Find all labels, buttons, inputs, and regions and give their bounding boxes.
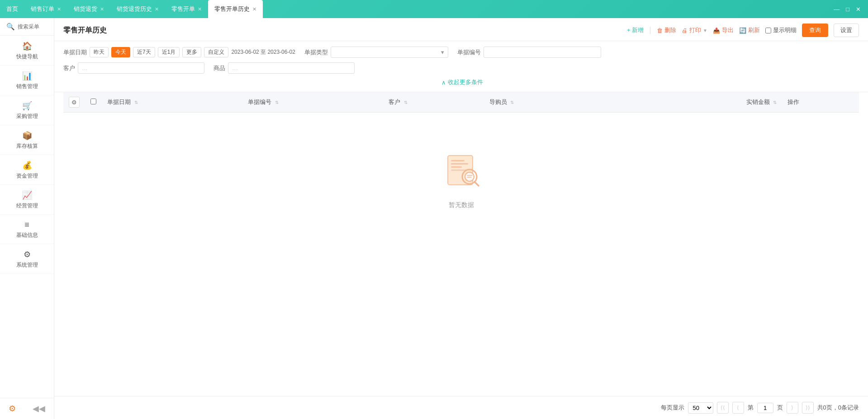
sidebar-item-inventory[interactable]: 📦 库存核算: [0, 125, 54, 155]
filter-area: 单据日期 昨天 今天 近7天 近1月 更多 自定义 2023-06-02 至 2…: [54, 41, 868, 92]
last-page-button[interactable]: ⟩⟩: [802, 402, 814, 414]
col-date-label: 单据日期: [107, 99, 131, 105]
tab-retail-history-label: 零售开单历史: [214, 5, 250, 13]
col-date[interactable]: 单据日期 ⇅: [102, 92, 242, 113]
display-detail-checkbox[interactable]: [765, 28, 771, 33]
sales-icon: 📊: [22, 71, 32, 81]
tab-return-history[interactable]: 销货退货历史 ✕: [110, 0, 165, 18]
date-btn-1month[interactable]: 近1月: [158, 47, 180, 57]
col-customer-sort[interactable]: ⇅: [404, 100, 408, 105]
prev-page-button[interactable]: ⟨: [732, 402, 744, 414]
col-checkbox[interactable]: [85, 92, 102, 113]
set-button[interactable]: 设置: [834, 24, 859, 37]
export-label: 导出: [722, 26, 734, 34]
tab-return[interactable]: 销货退货 ✕: [67, 0, 110, 18]
page-input[interactable]: [757, 403, 773, 413]
delete-button[interactable]: 🗑 删除: [657, 26, 676, 34]
col-amount[interactable]: 实销金额 ⇅: [641, 92, 782, 113]
sidebar-sales-label: 销售管理: [16, 83, 38, 90]
goods-filter-group: 商品 …: [213, 62, 355, 74]
date-btn-yesterday[interactable]: 昨天: [90, 47, 109, 57]
query-button[interactable]: 查询: [802, 24, 828, 37]
date-btn-today[interactable]: 今天: [111, 47, 130, 57]
col-amount-label: 实销金额: [746, 99, 770, 105]
sidebar-item-basic-info[interactable]: ≡ 基础信息: [0, 215, 54, 244]
per-page-select[interactable]: 50 100 200: [688, 402, 713, 414]
tab-sales-order[interactable]: 销售订单 ✕: [24, 0, 67, 18]
page-unit: 页: [777, 404, 783, 412]
col-spacer: [605, 92, 641, 113]
content-area: 零售开单历史 + 新增 🗑 删除 🖨 打印 ▼ 📤 导出: [54, 18, 868, 419]
col-salesperson-label: 导购员: [489, 99, 507, 105]
col-salesperson-sort[interactable]: ⇅: [510, 100, 514, 105]
date-btn-more[interactable]: 更多: [182, 47, 201, 57]
tab-sales-order-close[interactable]: ✕: [57, 6, 61, 12]
tab-retail-label: 零售开单: [171, 5, 195, 13]
col-amount-sort[interactable]: ⇅: [773, 100, 777, 105]
collapse-row[interactable]: ∧ 收起更多条件: [63, 78, 859, 86]
sidebar-search-label: 搜索采单: [18, 23, 39, 31]
tab-retail[interactable]: 零售开单 ✕: [165, 0, 208, 18]
date-btn-custom[interactable]: 自定义: [204, 47, 228, 57]
tab-sales-order-label: 销售订单: [31, 5, 54, 13]
date-btn-7days[interactable]: 近7天: [133, 47, 155, 57]
tab-retail-history[interactable]: 零售开单历史 ✕: [208, 0, 263, 18]
col-customer[interactable]: 客户 ⇅: [383, 92, 484, 113]
svg-point-6: [465, 172, 474, 181]
tab-home-label: 首页: [6, 5, 18, 13]
svg-rect-4: [451, 169, 467, 171]
refresh-button[interactable]: 🔄 刷新: [739, 26, 760, 34]
add-button[interactable]: + 新增: [627, 26, 644, 34]
next-page-button[interactable]: ⟩: [787, 402, 798, 414]
window-close[interactable]: ✕: [856, 6, 861, 13]
delete-icon: 🗑: [657, 27, 663, 34]
col-no-sort[interactable]: ⇅: [275, 100, 279, 105]
sidebar-search[interactable]: 🔍 搜索采单: [0, 18, 54, 36]
doc-no-filter-label: 单据编号: [457, 48, 481, 56]
sidebar-collapse-icon[interactable]: ◀◀: [33, 404, 45, 414]
page-title: 零售开单历史: [63, 26, 107, 35]
window-maximize[interactable]: □: [846, 6, 849, 13]
divider1: [650, 27, 650, 34]
per-page-label: 每页显示: [661, 404, 684, 412]
sidebar-item-operations[interactable]: 📈 经营管理: [0, 185, 54, 215]
print-label: 打印: [689, 26, 701, 34]
sidebar-item-finance[interactable]: 💰 资金管理: [0, 155, 54, 185]
col-salesperson[interactable]: 导购员 ⇅: [484, 92, 605, 113]
sidebar-item-purchase[interactable]: 🛒 采购管理: [0, 95, 54, 125]
select-all-checkbox[interactable]: [90, 99, 96, 104]
sidebar-finance-label: 资金管理: [16, 172, 38, 180]
first-page-button[interactable]: ⟨⟨: [717, 402, 729, 414]
export-button[interactable]: 📤 导出: [713, 26, 734, 34]
doc-type-arrow-icon: ▾: [441, 49, 444, 56]
goods-select[interactable]: …: [228, 62, 355, 74]
doc-no-input[interactable]: [484, 47, 601, 58]
sidebar-item-shortcuts[interactable]: 🏠 快捷导航: [0, 36, 54, 66]
sidebar-item-sales[interactable]: 📊 销售管理: [0, 66, 54, 95]
tab-home[interactable]: 首页: [0, 0, 24, 18]
main-table: ⚙ 单据日期 ⇅ 单据编号 ⇅: [63, 92, 859, 113]
tab-retail-close[interactable]: ✕: [198, 6, 202, 12]
col-no[interactable]: 单据编号 ⇅: [242, 92, 383, 113]
sidebar-item-system[interactable]: ⚙ 系统管理: [0, 244, 54, 274]
col-date-sort[interactable]: ⇅: [134, 100, 138, 105]
page-label: 第: [748, 404, 754, 412]
sidebar-system-label: 系统管理: [16, 261, 38, 269]
svg-rect-1: [451, 160, 465, 161]
print-icon: 🖨: [682, 27, 688, 34]
date-filter-label: 单据日期: [63, 48, 87, 56]
goods-filter-label: 商品: [213, 64, 225, 72]
tab-return-history-close[interactable]: ✕: [155, 6, 159, 12]
print-button[interactable]: 🖨 打印 ▼: [682, 26, 707, 34]
display-detail-toggle[interactable]: 显示明细: [765, 26, 797, 34]
sidebar-basic-info-label: 基础信息: [16, 231, 38, 239]
tab-retail-history-close[interactable]: ✕: [252, 6, 256, 12]
doc-type-select[interactable]: ▾: [331, 47, 448, 58]
customer-select[interactable]: …: [78, 62, 204, 74]
top-bar: 首页 销售订单 ✕ 销货退货 ✕ 销货退货历史 ✕ 零售开单 ✕ 零售开单历史 …: [0, 0, 868, 18]
window-minimize[interactable]: —: [834, 6, 840, 13]
column-settings-button[interactable]: ⚙: [69, 97, 80, 108]
table-area: ⚙ 单据日期 ⇅ 单据编号 ⇅: [54, 92, 868, 396]
sidebar-settings-icon[interactable]: ⚙: [9, 404, 16, 414]
tab-return-close[interactable]: ✕: [100, 6, 104, 12]
